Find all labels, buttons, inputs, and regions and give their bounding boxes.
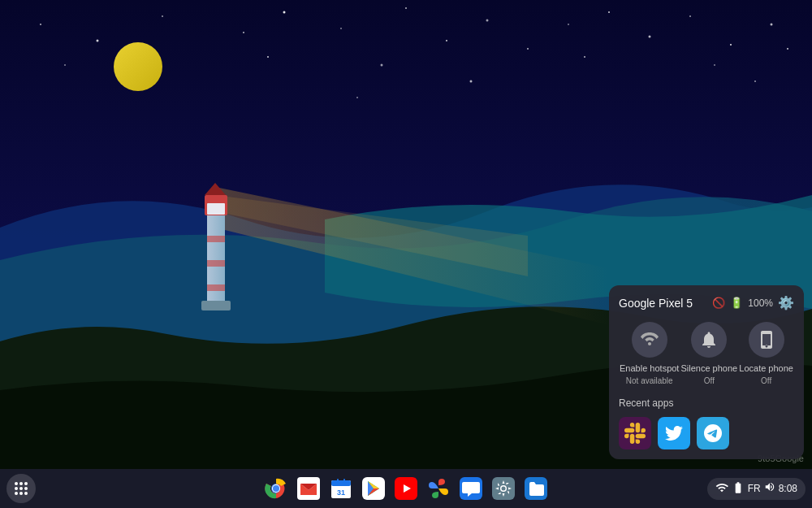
svg-rect-54 [343,479,345,483]
svg-point-15 [730,44,732,46]
svg-point-42 [24,487,28,490]
svg-point-40 [15,487,18,490]
recent-apps-list [619,417,794,449]
svg-point-66 [502,487,506,491]
taskbar-files[interactable] [521,474,551,503]
battery-icon: 🔋 [730,297,743,309]
taskbar-settings[interactable] [489,474,518,503]
svg-point-43 [15,492,18,495]
svg-text:31: 31 [337,488,345,497]
no-sim-icon: 🚫 [712,297,725,309]
svg-point-4 [243,32,244,33]
svg-point-13 [649,36,651,38]
svg-point-17 [64,64,66,66]
svg-point-41 [19,487,23,490]
svg-rect-52 [331,480,351,486]
taskbar-photos[interactable] [424,474,453,503]
silence-icon [691,322,727,358]
system-tray[interactable]: FR 8:08 [707,478,806,500]
panel-header: Google Pixel 5 🚫 🔋 100% ⚙️ [619,295,794,310]
taskbar-play[interactable] [359,474,388,503]
svg-rect-36 [207,284,225,291]
svg-point-38 [19,482,23,485]
taskbar-center: 31 [261,474,551,503]
recent-apps-title: Recent apps [619,397,794,409]
locate-icon [749,322,784,358]
svg-point-21 [714,64,715,66]
sound-icon [764,481,775,496]
taskbar-youtube[interactable] [391,474,421,503]
svg-point-26 [114,42,162,91]
recent-app-twitter[interactable] [658,417,690,449]
svg-point-6 [340,28,342,29]
svg-point-48 [273,485,279,492]
silence-label: Silence phone Off [680,363,737,386]
locate-action[interactable]: Locate phone Off [739,322,793,386]
taskbar-left [6,474,36,503]
svg-point-19 [381,64,383,67]
svg-point-37 [15,482,18,485]
svg-point-10 [527,48,529,50]
svg-point-25 [470,80,473,83]
svg-point-8 [446,40,447,41]
svg-point-23 [787,48,788,50]
taskbar: 31 [0,469,812,508]
svg-rect-35 [207,260,225,267]
svg-point-1 [40,24,41,25]
clock: 8:08 [779,483,797,494]
taskbar-messages[interactable] [456,474,486,503]
hotspot-label: Enable hotspot Not available [620,363,679,386]
svg-rect-34 [207,236,225,242]
device-name: Google Pixel 5 [619,297,693,310]
svg-point-3 [162,15,163,17]
taskbar-right: FR 8:08 [707,478,806,500]
svg-point-45 [24,492,28,495]
recent-app-slack[interactable] [619,417,651,449]
launcher-button[interactable] [6,474,36,503]
panel-actions: Enable hotspot Not available Silence pho… [619,322,794,386]
svg-point-24 [356,97,358,98]
locale-text: FR [748,483,761,494]
svg-rect-53 [337,479,339,483]
silence-action[interactable]: Silence phone Off [680,322,737,386]
phone-panel: Google Pixel 5 🚫 🔋 100% ⚙️ Enable hotspo… [609,285,804,459]
svg-point-16 [771,24,773,26]
recent-app-telegram[interactable] [697,417,729,449]
svg-point-9 [486,20,489,22]
svg-point-14 [689,15,691,17]
svg-point-22 [754,80,756,82]
hotspot-icon [632,322,667,358]
panel-header-icons: 🚫 🔋 100% ⚙️ [712,295,794,310]
taskbar-chrome[interactable] [261,474,291,503]
svg-point-11 [568,24,569,25]
taskbar-calendar[interactable]: 31 [326,474,356,503]
svg-rect-32 [207,203,225,215]
hotspot-action[interactable]: Enable hotspot Not available [620,322,679,386]
wifi-icon [715,481,728,497]
svg-point-12 [608,11,610,13]
battery-percent: 100% [748,297,773,309]
taskbar-gmail[interactable] [294,474,323,503]
svg-point-44 [19,492,23,495]
svg-point-7 [405,7,407,9]
svg-rect-33 [201,301,231,310]
svg-point-5 [283,11,286,14]
svg-point-18 [267,56,269,58]
svg-point-20 [584,56,585,58]
locate-label: Locate phone Off [739,363,793,386]
svg-point-39 [24,482,28,485]
battery-tray-icon [732,481,745,497]
settings-icon[interactable]: ⚙️ [778,295,794,310]
svg-point-2 [97,40,99,42]
